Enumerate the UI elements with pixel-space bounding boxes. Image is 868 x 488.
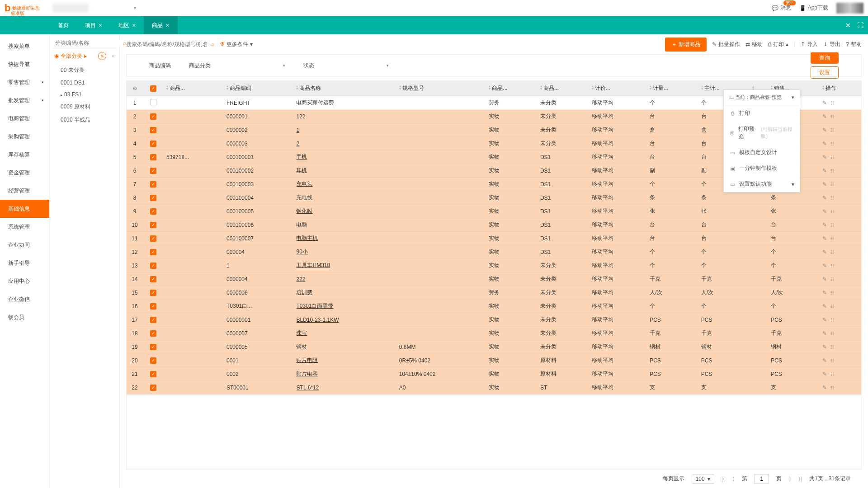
tree-item[interactable]: 0009 原材料 (52, 100, 117, 113)
edit-icon[interactable]: ✎ (822, 317, 827, 323)
close-icon[interactable]: × (99, 22, 102, 29)
dd-print[interactable]: ⎙打印 (724, 105, 800, 121)
product-name-link[interactable]: 钢材 (296, 343, 307, 350)
col-header[interactable]: ✓ (143, 81, 164, 96)
settings-button[interactable]: 设置 (811, 66, 839, 79)
checkbox[interactable]: ✓ (150, 195, 156, 201)
checkbox[interactable]: ✓ (150, 154, 156, 160)
table-row[interactable]: 14✓0000004222实物未分类移动平均千克千克千克✎⁝⁝ (127, 272, 861, 286)
tab-商品[interactable]: 商品× (144, 16, 177, 34)
search-input[interactable] (126, 41, 208, 47)
dd-quick[interactable]: ▣一分钟制作模板 (724, 160, 800, 176)
col-header[interactable]: ▴▾商品... (538, 81, 589, 96)
table-row[interactable]: 11✓000100007电脑主机实物DS1移动平均台台台✎⁝⁝ (127, 232, 861, 245)
table-row[interactable]: 10✓000100006电脑实物DS1移动平均台台台✎⁝⁝ (127, 218, 861, 232)
edit-icon[interactable]: ✎ (822, 100, 827, 106)
more-icon[interactable]: ⁝⁝ (830, 276, 834, 282)
import-button[interactable]: ⤒ 导入 (801, 41, 818, 48)
checkbox[interactable]: ✓ (150, 344, 156, 350)
product-name-link[interactable]: 充电头 (296, 181, 312, 187)
checkbox[interactable]: ✓ (150, 357, 156, 364)
table-row[interactable]: 19✓0000005钢材0.8MM实物未分类移动平均钢材钢材钢材✎⁝⁝ (127, 340, 861, 354)
search-button[interactable]: 查询 (811, 52, 839, 64)
messages-button[interactable]: 💬 消息 99+ (772, 4, 791, 12)
product-name-link[interactable]: 电商买家付运费 (296, 99, 334, 106)
product-name-link[interactable]: 2 (296, 141, 299, 147)
search-icon[interactable]: ⌕ (211, 41, 214, 47)
col-header[interactable]: ▴▾商品编码 (224, 81, 293, 96)
more-icon[interactable]: ⁝⁝ (830, 317, 834, 323)
sidebar-item[interactable]: 采购管理 (0, 127, 49, 145)
checkbox[interactable]: ✓ (150, 222, 156, 228)
sidebar-item[interactable]: 应用中心 (0, 272, 49, 290)
edit-icon[interactable]: ✎ (822, 235, 827, 242)
more-icon[interactable]: ⁝⁝ (830, 195, 834, 201)
close-icon[interactable]: × (165, 22, 169, 29)
product-name-link[interactable]: T0301白面黑带 (296, 303, 333, 309)
table-row[interactable]: 15✓0000006培训费劳务未分类移动平均人/次人/次人/次✎⁝⁝ (127, 286, 861, 300)
product-name-link[interactable]: 工具车HM318 (296, 262, 330, 268)
sidebar-item[interactable]: 快捷导航 (0, 55, 49, 73)
sidebar-item[interactable]: 零售管理▾ (0, 73, 49, 91)
more-icon[interactable]: ⁝⁝ (830, 303, 834, 310)
checkbox-all[interactable]: ✓ (150, 85, 156, 92)
tab-首页[interactable]: 首页 (50, 16, 77, 34)
product-name-link[interactable]: 手机 (296, 154, 307, 160)
sidebar-item[interactable]: 基础信息 (0, 200, 49, 218)
edit-icon[interactable]: ✎ (822, 385, 827, 391)
filter-status[interactable]: 状态▾ (303, 62, 389, 70)
more-icon[interactable]: ⁝⁝ (830, 168, 834, 174)
edit-icon[interactable]: ✎ (822, 290, 827, 296)
edit-icon[interactable]: ✎ (822, 249, 827, 255)
checkbox[interactable]: ✓ (150, 317, 156, 323)
product-name-link[interactable]: 贴片电阻 (296, 357, 318, 363)
col-header[interactable]: ▴▾计量... (647, 81, 698, 96)
more-icon[interactable]: ⁝⁝ (830, 357, 834, 364)
help-button[interactable]: ? 帮助 (846, 41, 862, 48)
page-input[interactable] (755, 474, 769, 483)
more-icon[interactable]: ⁝⁝ (830, 290, 834, 296)
edit-icon[interactable]: ✎ (822, 181, 827, 188)
more-icon[interactable]: ⁝⁝ (830, 181, 834, 188)
sidebar-item[interactable]: 经营管理 (0, 182, 49, 200)
tree-item[interactable]: 00 未分类 (52, 64, 117, 77)
edit-icon[interactable]: ✎ (822, 276, 827, 282)
checkbox[interactable]: ✓ (150, 208, 156, 215)
checkbox[interactable]: ✓ (150, 371, 156, 377)
edit-icon[interactable]: ✎ (822, 141, 827, 147)
product-name-link[interactable]: BLD10-23-1.1KW (296, 317, 339, 323)
product-name-link[interactable]: 钢化膜 (296, 208, 312, 214)
edit-categories-button[interactable]: ✎ (98, 52, 106, 60)
more-icon[interactable]: ⁝⁝ (830, 330, 834, 337)
edit-icon[interactable]: ✎ (822, 154, 827, 160)
more-icon[interactable]: ⁝⁝ (830, 371, 834, 377)
edit-icon[interactable]: ✎ (822, 208, 827, 215)
product-name-link[interactable]: 90小 (296, 249, 307, 255)
sidebar-item[interactable]: 新手引导 (0, 254, 49, 272)
sidebar-item[interactable]: 电商管理 (0, 109, 49, 127)
col-header[interactable]: ▴▾操作 (820, 81, 861, 96)
tree-item[interactable]: 0001 DS1 (52, 77, 117, 89)
checkbox[interactable]: ✓ (150, 330, 156, 337)
more-icon[interactable]: ⁝⁝ (830, 222, 834, 228)
col-header[interactable]: ▴▾商品名称 (293, 81, 396, 96)
next-page-button[interactable]: ⟩ (789, 476, 791, 482)
table-row[interactable]: 16✓T0301白...T0301白面黑带实物未分类移动平均个个个✎⁝⁝ (127, 300, 861, 313)
product-name-link[interactable]: 电脑 (296, 221, 307, 228)
edit-icon[interactable]: ✎ (822, 195, 827, 201)
close-all-icon[interactable]: ✕ (845, 22, 851, 29)
export-button[interactable]: ⤓ 导出 (823, 41, 840, 48)
product-name-link[interactable]: 1 (296, 127, 299, 133)
checkbox[interactable]: ✓ (150, 235, 156, 242)
checkbox[interactable]: ✓ (150, 290, 156, 296)
sidebar-item[interactable]: 搜索菜单 (0, 37, 49, 55)
checkbox[interactable] (150, 99, 156, 105)
filter-category[interactable]: 商品分类▾ (189, 62, 285, 70)
edit-icon[interactable]: ✎ (822, 330, 827, 337)
product-name-link[interactable]: 电脑主机 (296, 235, 318, 241)
dd-preview[interactable]: ◎打印预览 (可编辑当前模版) (724, 121, 800, 145)
sidebar-item[interactable]: 批发管理▾ (0, 91, 49, 109)
more-icon[interactable]: ⁝⁝ (830, 344, 834, 350)
fullscreen-icon[interactable]: ⛶ (857, 22, 863, 29)
checkbox[interactable]: ✓ (150, 127, 156, 133)
